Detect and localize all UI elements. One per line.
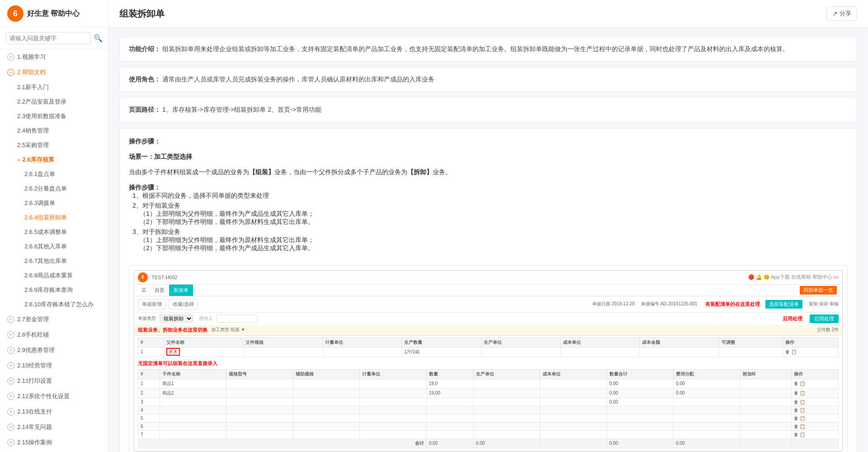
sidebar-item-28[interactable]: + 2.8手机旺铺 <box>0 327 108 343</box>
sidebar-item-videos[interactable]: + 1.视频学习 <box>0 49 108 65</box>
step1: 1、根据不同的业务，选择不同单据的类型来处理 <box>129 192 848 200</box>
search-box[interactable]: 🔍 <box>0 28 108 49</box>
ss-ann-processing: 有装配清单的在这里处理 <box>705 301 760 308</box>
ops-label: 操作步骤： <box>129 138 848 146</box>
sidebar-item-264[interactable]: 2.6.4组装拆卸单 <box>0 210 108 225</box>
sidebar-header: 6 好生意 帮助中心 <box>0 0 108 28</box>
expand-icon-214: + <box>7 423 14 431</box>
highlighted-cell: 米木 <box>166 348 180 356</box>
steps-title: 操作步骤： <box>129 184 848 192</box>
ss-activation-btn[interactable]: 启用处理 <box>810 314 839 323</box>
sidebar-item-sub-26[interactable]: − 2.6库存核算 <box>0 152 108 167</box>
ss-icon-left: ☰ <box>138 285 150 295</box>
table-row: 1 商品1 19,0 0.00 0.00 <box>138 379 839 388</box>
sidebar-item-sub-25[interactable]: 2.5采购管理 <box>0 138 108 152</box>
expand-icon-27: + <box>7 316 14 323</box>
ss-save-btn[interactable]: 单据新增 <box>138 299 166 309</box>
sidebar-item-sub-21[interactable]: 2.1新手入门 <box>0 80 108 95</box>
ss-choose-bom-btn[interactable]: 选择装配清单 <box>765 300 802 309</box>
ss-form-row: 单据类型 组装拆卸 经办人 启用处理 启用处理 <box>134 313 842 325</box>
step3-1: （1）上部明细为父件明细，最终作为原材料生成其它出库单； <box>132 236 848 244</box>
operations-wrapper: 操作步骤： 场景一：加工类型选择 当由多个子件材料组装成一个成品的业务为【组装】… <box>119 128 857 452</box>
expand-icon-211: + <box>7 377 14 385</box>
ss-type-select[interactable]: 组装拆卸 <box>160 314 193 323</box>
sidebar-item-263[interactable]: 2.6.3调拨单 <box>0 196 108 210</box>
expand-icon-210: + <box>7 362 14 369</box>
search-input[interactable] <box>5 32 91 44</box>
search-button[interactable]: 🔍 <box>94 34 103 43</box>
sidebar-item-211[interactable]: + 2.11打印设置 <box>0 373 108 389</box>
sidebar-item-27[interactable]: + 2.7资金管理 <box>0 312 108 327</box>
ss-process-type: 加工类型 组装 ▼ <box>211 327 245 333</box>
sidebar-item-2610[interactable]: 2.6.10库存账本错了怎么办 <box>0 297 108 312</box>
path-block: 页面路径： 1、库存核算->库存管理->组装拆卸单 2、首页->常用功能 <box>119 97 857 122</box>
role-label: 使用角色： <box>129 76 160 83</box>
table-row: 5🗑 📋 <box>138 414 839 422</box>
sidebar-item-212[interactable]: + 2.12系统个性化设置 <box>0 389 108 404</box>
table-row: 2 商品2 19,00 0.00 0.00 <box>138 388 839 398</box>
ss-toolbar: 单据新增 收藏/选择 单据日期 2019-12-28 单据编号 AD-20191… <box>134 296 842 313</box>
ss-lower-ann-row: 无固定清单可以组装在这里直接录入 <box>134 359 842 368</box>
ss-nav-row: ☰ 自页 新加单 同期单据一览 <box>134 285 842 296</box>
sidebar-item-269[interactable]: 2.6.9库存账本查询 <box>0 283 108 297</box>
intro-block: 功能介绍： 组装拆卸单用来处理企业组装或拆卸等加工业务，支持有固定装配清单的产品… <box>119 37 857 62</box>
ss-topbar: 6 TEST-H002 🔴 🔔 😊 App下载 在线帮助 帮助中心 cc <box>134 271 842 285</box>
ss-item-count: 父件数 2件 <box>817 327 839 333</box>
step2-1: （1）上部明细为父件明细，最终作为产成品生成其它入库单； <box>132 210 848 218</box>
ss-lower-table: # 子件名称 规格型号 辅助规格 计量单位 数量 生产单位 成本单位 数量合计 <box>138 369 839 448</box>
screenshot-block: 6 TEST-H002 🔴 🔔 😊 App下载 在线帮助 帮助中心 cc ☰ 自… <box>129 265 848 452</box>
sidebar-item-29[interactable]: + 2.9优惠券管理 <box>0 343 108 358</box>
table-row: 1 米木 1斤/1箱 🗑 📋 <box>138 347 839 357</box>
ss-ann-lower: 无固定清单可以组装在这里直接录入 <box>138 361 217 366</box>
sidebar: 6 好生意 帮助中心 🔍 + 1.视频学习 − 2.帮助文档 2.1新手入门 2… <box>0 0 108 452</box>
sidebar-item-sub-23[interactable]: 2.3使用前数据准备 <box>0 109 108 124</box>
ss-edit-btn[interactable]: 收藏/选择 <box>169 299 198 309</box>
ss-person-input[interactable] <box>217 314 257 323</box>
ss-topbar-icons: 🔴 🔔 😊 App下载 在线帮助 帮助中心 cc <box>748 274 839 281</box>
ss-tab-home[interactable]: 自页 <box>150 285 169 296</box>
ss-logo: 6 <box>138 272 148 282</box>
intro-text: 组装拆卸单用来处理企业组装或拆卸等加工业务，支持有固定装配清单的产品加工业务，也… <box>162 45 789 52</box>
role-block: 使用角色： 通常由生产人员或库管人员完成拆装业务的操作，库管人员确认原材料的出库… <box>119 67 857 92</box>
sidebar-item-265[interactable]: 2.6.5成本调整单 <box>0 225 108 239</box>
expand-icon-28: + <box>7 331 14 338</box>
collapse-icon: − <box>7 69 14 76</box>
sidebar-item-docs[interactable]: − 2.帮助文档 <box>0 65 108 80</box>
table-row: 30.00🗑 📋 <box>138 398 839 406</box>
ss-ann-sub: 组装业务、拆卸业务在这里切换 <box>138 327 208 333</box>
sidebar-item-268[interactable]: 2.6.8商品成本重算 <box>0 268 108 283</box>
sidebar-item-267[interactable]: 2.6.7其他出库单 <box>0 254 108 268</box>
ss-upper-table: # 父件名称 父件规格 计量单位 生产数量 生产单位 成本单位 成本金额 可调整 <box>138 338 839 357</box>
sidebar-item-261[interactable]: 2.6.1盘点单 <box>0 167 108 181</box>
ss-type-label: 单据类型 <box>138 315 156 322</box>
expand-icon-212: + <box>7 393 14 400</box>
sidebar-item-262[interactable]: 2.6.2分量盘点单 <box>0 181 108 196</box>
expand-icon-29: + <box>7 347 14 354</box>
sidebar-item-sub-22[interactable]: 2.2产品安装及登录 <box>0 95 108 109</box>
ss-more-btns: 复制 保存 审核 <box>809 301 839 307</box>
main-header: 组装拆卸单 ↗ 分享 <box>108 0 868 28</box>
ss-ann-row: 组装业务、拆卸业务在这里切换 加工类型 组装 ▼ 父件数 2件 <box>134 325 842 336</box>
expand-icon: + <box>7 53 14 61</box>
path-label: 页面路径： <box>129 106 160 113</box>
sidebar-item-210[interactable]: + 2.10经营管理 <box>0 358 108 373</box>
table-row: 6🗑 📋 <box>138 422 839 430</box>
ss-lower-table-wrapper: # 子件名称 规格型号 辅助规格 计量单位 数量 生产单位 成本单位 数量合计 <box>134 368 842 451</box>
sidebar-item-213[interactable]: + 2.13在线支付 <box>0 404 108 419</box>
sidebar-item-sub-24[interactable]: 2.4销售管理 <box>0 124 108 138</box>
expand-icon-215: + <box>7 439 14 446</box>
ss-tab-new[interactable]: 新加单 <box>169 285 193 296</box>
sidebar-item-215[interactable]: + 2.15操作案例 <box>0 435 108 450</box>
ss-topbar-text: TEST-H002 <box>151 275 177 280</box>
step2-2: （2）下部明细为子件明细，最终作为原材料生成其它出库单。 <box>132 218 848 226</box>
screenshot-sim: 6 TEST-H002 🔴 🔔 😊 App下载 在线帮助 帮助中心 cc ☰ 自… <box>134 270 843 452</box>
app-logo: 6 <box>7 5 24 22</box>
main-content: 组装拆卸单 ↗ 分享 功能介绍： 组装拆卸单用来处理企业组装或拆卸等加工业务，支… <box>108 0 868 452</box>
role-text: 通常由生产人员或库管人员完成拆装业务的操作，库管人员确认原材料的出库和产成品的入… <box>162 76 434 83</box>
sidebar-item-266[interactable]: 2.6.6其他入库单 <box>0 239 108 254</box>
share-icon: ↗ <box>832 10 838 17</box>
ss-add-btn[interactable]: 同期单据一览 <box>800 286 837 295</box>
sidebar-item-214[interactable]: + 2.14常见问题 <box>0 419 108 435</box>
share-button[interactable]: ↗ 分享 <box>826 6 857 21</box>
intro-label: 功能介绍： <box>129 45 160 52</box>
